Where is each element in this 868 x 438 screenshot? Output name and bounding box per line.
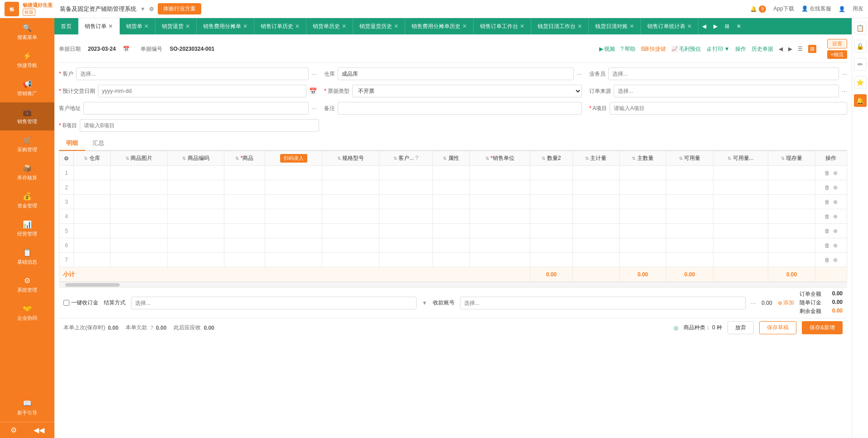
tab-close-icon[interactable]: ✕ [295,23,300,29]
delete-row-icon[interactable]: 🗑 [824,228,830,234]
remark-input[interactable] [338,102,582,115]
settings-gear-icon[interactable]: ⚙ [149,6,154,12]
tab-close-icon[interactable]: ✕ [462,23,467,29]
copy-row-icon[interactable]: ⊕ [833,170,838,176]
tab-expand-btn[interactable]: ⊞ [721,18,733,34]
save-new-btn[interactable]: 保存&新增 [802,321,843,334]
help-link[interactable]: ? 帮助 [621,45,635,53]
row-code[interactable] [167,166,224,180]
row-customer-code[interactable] [379,166,432,180]
tab-close-icon[interactable]: ✕ [342,23,346,29]
help-circle-icon[interactable]: ? [415,155,418,161]
shortcut-link[interactable]: ⌨ 快捷键 [641,45,666,53]
col-settings[interactable]: ⚙ [59,151,74,166]
right-icon-edit[interactable]: ✏ [854,58,867,71]
operation-link[interactable]: 操作 [735,45,746,53]
tab-order-report[interactable]: 销售订单统计表 ✕ [641,18,698,34]
view-link[interactable]: ▶ 视频 [599,45,615,53]
tab-sales-bill[interactable]: 销货单 ✕ [120,18,155,34]
row-available[interactable] [666,166,713,180]
project-a-input[interactable] [610,102,847,115]
profit-link[interactable]: 📈 毛利预估 [671,45,701,53]
settlement-input[interactable] [131,297,417,309]
sidebar-item-inventory[interactable]: 📦 库存核算 [0,159,54,187]
delete-row-icon[interactable]: 🗑 [824,213,830,220]
scroll-bar[interactable] [59,282,847,287]
row-attribute[interactable] [432,166,469,180]
delete-row-icon[interactable]: 🗑 [824,170,830,176]
print-dropdown-icon[interactable]: ▼ [724,46,730,52]
order-source-ellipsis-icon[interactable]: ··· [842,87,847,95]
sidebar-item-operations[interactable]: 📊 经营管理 [0,215,54,243]
history-link[interactable]: 历史单据 [752,45,773,53]
tab-close-icon[interactable]: ✕ [630,23,634,29]
copy-row-icon[interactable]: ⊕ [833,184,838,191]
list-view-icon[interactable]: ☰ [798,46,803,52]
tab-close-all-btn[interactable]: ✕ [733,18,745,34]
scroll-thumb[interactable] [65,283,120,287]
tab-close-icon[interactable]: ✕ [144,23,149,29]
tab-close-icon[interactable]: ✕ [185,23,190,29]
order-source-input[interactable] [614,85,839,97]
next-record-icon[interactable]: ▶ [788,46,792,52]
scan-btn[interactable]: 扫码录入 [280,154,307,163]
copy-row-icon[interactable]: ⊕ [833,213,838,220]
col-scan[interactable]: 扫码录入 [265,151,322,166]
right-icon-bell[interactable]: 🔔 [854,94,867,107]
right-icon-clipboard[interactable]: 📋 [854,22,867,34]
row-spec[interactable] [322,166,379,180]
sidebar-item-system[interactable]: ⚙ 系统管理 [0,271,54,299]
add-goods-btn[interactable]: +物流 [827,50,847,59]
sidebar-item-collab[interactable]: 🤝 企业协同 [0,299,54,327]
tab-prev-btn[interactable]: ◀ [698,18,710,34]
tab-bill-history[interactable]: 销货单历史 ✕ [306,18,353,34]
tab-cashflow-workbench[interactable]: 钱货日清工作台 ✕ [531,18,589,34]
row-stock[interactable] [768,166,815,180]
payment-checkbox[interactable] [63,300,69,306]
project-b-input[interactable] [80,119,319,132]
tab-close-icon[interactable]: ✕ [520,23,524,29]
tab-close-icon[interactable]: ✕ [108,23,113,29]
sidebar-item-guide[interactable]: 📖 新手引导 [0,394,54,422]
tab-return-history[interactable]: 销货退货历史 ✕ [353,18,405,34]
tab-sales-order[interactable]: 销售订单 ✕ [78,18,120,34]
tab-close-icon[interactable]: ✕ [687,23,692,29]
row-qty2[interactable] [530,166,573,180]
tab-order-workbench[interactable]: 销售订单工作台 ✕ [474,18,531,34]
sidebar-item-search[interactable]: 🔍 搜索菜单 [0,18,54,46]
grid-view-icon[interactable]: ⊞ [808,45,816,53]
tab-home[interactable]: 首页 [54,18,78,34]
sidebar-item-finance[interactable]: 💰 资金管理 [0,187,54,215]
tab-sales-return[interactable]: 销货退货 ✕ [155,18,197,34]
copy-row-icon[interactable]: ⊕ [833,199,838,205]
delete-row-icon[interactable]: 🗑 [824,199,830,205]
discard-btn[interactable]: 放弃 [727,321,754,334]
row-product[interactable] [224,166,265,180]
staff-input[interactable] [608,67,839,80]
row-main-qty[interactable] [619,166,666,180]
sidebar-item-marketing[interactable]: 📢 营销推广 [0,74,54,102]
tab-close-icon[interactable]: ✕ [577,23,582,29]
sidebar-settings-icon[interactable]: ⚙ [10,426,17,434]
row-image[interactable] [111,166,167,180]
row-warehouse[interactable] [74,166,111,180]
sidebar-collapse-icon[interactable]: ◀◀ [34,426,44,434]
tab-expense-history[interactable]: 销售费用分摊单历史 ✕ [405,18,474,34]
copy-row-icon[interactable]: ⊕ [833,228,838,234]
prev-record-icon[interactable]: ◀ [779,46,783,52]
delete-row-icon[interactable]: 🗑 [824,242,830,249]
account-ellipsis-icon[interactable]: ··· [751,299,756,307]
online-service-link[interactable]: 👤 在线客服 [801,5,831,13]
calendar-small-icon[interactable]: 📅 [309,87,317,95]
sidebar-item-base[interactable]: 📋 基础信息 [0,243,54,271]
settings-btn[interactable]: 设置 [827,39,847,48]
delete-row-icon[interactable]: 🗑 [824,257,830,263]
copy-row-icon[interactable]: ⊕ [833,242,838,249]
column-settings-icon[interactable]: ⚙ [64,155,69,162]
app-download-link[interactable]: App下载 [773,5,794,13]
print-link[interactable]: 🖨 打印 ▼ [706,45,730,53]
save-draft-btn[interactable]: 保存草稿 [759,321,796,334]
right-icon-lock[interactable]: 🔒 [854,40,867,53]
row-unit[interactable] [470,166,530,180]
row-main-unit[interactable] [572,166,619,180]
